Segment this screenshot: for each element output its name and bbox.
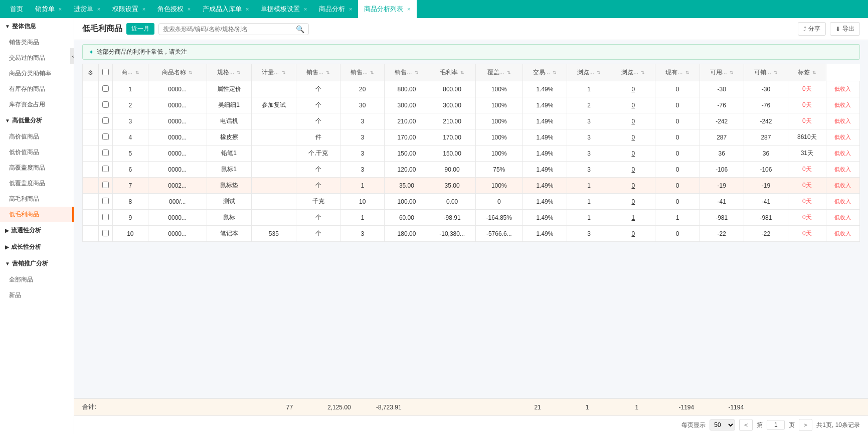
nav-role-auth[interactable]: 角色授权 × — [151, 0, 197, 18]
row-view1[interactable]: 0 — [611, 146, 655, 162]
col-sellable[interactable]: 可销... ⇅ — [744, 64, 788, 81]
share-button[interactable]: ⤴ 分享 — [798, 22, 826, 36]
col-tag[interactable]: 标签 ⇅ — [788, 64, 826, 81]
sidebar-item-high-value[interactable]: 高价值商品 — [0, 129, 74, 144]
nav-close-icon[interactable]: × — [188, 6, 191, 12]
nav-purchase-order[interactable]: 进货单 × — [68, 0, 106, 18]
col-available[interactable]: 可用... ⇅ — [700, 64, 744, 81]
nav-template-settings[interactable]: 单据模板设置 × — [255, 0, 313, 18]
row-checkbox[interactable] — [99, 113, 113, 129]
row-unit: 个 — [296, 162, 340, 178]
sidebar-item-new-products[interactable]: 新品 — [0, 287, 74, 303]
sidebar-item-inventory-capital[interactable]: 库存资金占用 — [0, 97, 74, 112]
nav-close-icon[interactable]: × — [349, 6, 352, 12]
sidebar-item-sales-products[interactable]: 销售类商品 — [0, 35, 74, 50]
export-button[interactable]: ⬇ 导出 — [830, 22, 860, 36]
col-settings[interactable]: ⚙ — [83, 64, 99, 81]
sidebar-group-growth[interactable]: ▶ 成长性分析 — [0, 239, 74, 255]
sidebar-item-stocked-products[interactable]: 有库存的商品 — [0, 81, 74, 97]
row-checkbox[interactable] — [99, 97, 113, 113]
sidebar-item-traded-products[interactable]: 交易过的商品 — [0, 50, 74, 66]
col-sales-price[interactable]: 销售... ⇅ — [340, 64, 385, 81]
sidebar-item-all-products[interactable]: 全部商品 — [0, 272, 74, 287]
row-select-checkbox[interactable] — [102, 166, 109, 172]
nav-product-inbound[interactable]: 产成品入库单 × — [197, 0, 255, 18]
period-button[interactable]: 近一月 — [126, 23, 154, 35]
row-view1[interactable]: 0 — [611, 162, 655, 178]
next-page-button[interactable]: ＞ — [799, 419, 812, 431]
col-sales-count[interactable]: 销售... ⇅ — [296, 64, 340, 81]
row-select-checkbox[interactable] — [102, 214, 109, 220]
col-view1[interactable]: 浏览... ⇅ — [567, 64, 611, 81]
page-number-input[interactable] — [767, 420, 785, 430]
nav-permissions[interactable]: 权限设置 × — [106, 0, 151, 18]
row-view1[interactable]: 0 — [611, 81, 655, 97]
row-sales-price: 800.00 — [385, 81, 429, 97]
row-checkbox[interactable] — [99, 129, 113, 146]
sidebar-group-highlow[interactable]: ▼ 高低量分析 — [0, 112, 74, 129]
sidebar-group-marketing[interactable]: ▼ 营销推广分析 — [0, 255, 74, 272]
col-unit[interactable]: 计量... ⇅ — [251, 64, 296, 81]
row-checkbox[interactable] — [99, 81, 113, 97]
nav-close-icon[interactable]: × — [59, 6, 62, 12]
prev-page-button[interactable]: ＜ — [739, 419, 753, 431]
select-all-checkbox[interactable] — [102, 69, 109, 75]
row-sales-count: 3 — [340, 146, 385, 162]
row-checkbox[interactable] — [99, 146, 113, 162]
nav-close-icon-active[interactable]: × — [407, 6, 410, 12]
sidebar-group-circulation[interactable]: ▶ 流通性分析 — [0, 222, 74, 239]
row-select-checkbox[interactable] — [102, 85, 109, 92]
row-unit: 个 — [296, 178, 340, 194]
row-view1[interactable]: 0 — [611, 129, 655, 146]
col-coverage[interactable]: 覆盖... ⇅ — [475, 64, 523, 81]
col-code[interactable]: 商... ⇅ — [113, 64, 148, 81]
nav-product-analysis-list[interactable]: 商品分析列表 × — [358, 0, 416, 18]
col-spec[interactable]: 规格... ⇅ — [207, 64, 251, 81]
nav-product-analysis[interactable]: 商品分析 × — [313, 0, 358, 18]
row-view1[interactable]: 0 — [611, 97, 655, 113]
row-select-checkbox[interactable] — [102, 150, 109, 156]
row-view1[interactable]: 0 — [611, 226, 655, 242]
sidebar-item-low-margin[interactable]: 低毛利商品 — [0, 207, 74, 222]
nav-close-icon[interactable]: × — [97, 6, 100, 12]
nav-sales-order[interactable]: 销货单 × — [29, 0, 68, 18]
search-input[interactable] — [163, 26, 296, 33]
col-name[interactable]: 商品名称 ⇅ — [148, 64, 207, 81]
col-current[interactable]: 现有... ⇅ — [655, 64, 700, 81]
nav-home[interactable]: 首页 — [4, 0, 29, 18]
row-checkbox[interactable] — [99, 194, 113, 210]
sidebar-group-overall[interactable]: ▼ 整体信息 — [0, 18, 74, 35]
row-select-checkbox[interactable] — [102, 101, 109, 108]
col-checkbox-all[interactable] — [99, 64, 113, 81]
row-name: 吴细细1 — [207, 97, 251, 113]
col-view2[interactable]: 浏览... ⇅ — [611, 64, 655, 81]
row-select-checkbox[interactable] — [102, 133, 109, 140]
nav-close-icon[interactable]: × — [142, 6, 145, 12]
per-page-select[interactable]: 50 100 200 — [710, 419, 735, 430]
row-view1[interactable]: 0 — [611, 113, 655, 129]
col-gross-margin[interactable]: 毛利率 ⇅ — [429, 64, 475, 81]
sidebar-item-low-coverage[interactable]: 低覆盖度商品 — [0, 176, 74, 191]
nav-close-icon[interactable]: × — [246, 6, 249, 12]
row-checkbox[interactable] — [99, 210, 113, 226]
row-checkbox[interactable] — [99, 226, 113, 242]
row-view1[interactable]: 0 — [611, 194, 655, 210]
col-sales-amount[interactable]: 销售... ⇅ — [385, 64, 429, 81]
row-view1[interactable]: 1 — [611, 210, 655, 226]
sidebar-item-category-rate[interactable]: 商品分类助销率 — [0, 66, 74, 81]
search-icon[interactable]: 🔍 — [296, 25, 304, 33]
row-view1[interactable]: 0 — [611, 178, 655, 194]
row-checkbox[interactable] — [99, 162, 113, 178]
row-select-checkbox[interactable] — [102, 230, 109, 236]
row-checkbox[interactable] — [99, 178, 113, 194]
row-name: 鼠标 — [207, 210, 251, 226]
row-select-checkbox[interactable] — [102, 117, 109, 124]
sidebar-item-low-value[interactable]: 低价值商品 — [0, 144, 74, 160]
col-transaction[interactable]: 交易... ⇅ — [523, 64, 567, 81]
sidebar-collapse-btn[interactable]: ≪ — [70, 48, 74, 64]
row-select-checkbox[interactable] — [102, 182, 109, 188]
sidebar-item-high-margin[interactable]: 高毛利商品 — [0, 191, 74, 207]
row-select-checkbox[interactable] — [102, 198, 109, 204]
nav-close-icon[interactable]: × — [304, 6, 307, 12]
sidebar-item-high-coverage[interactable]: 高覆盖度商品 — [0, 160, 74, 176]
